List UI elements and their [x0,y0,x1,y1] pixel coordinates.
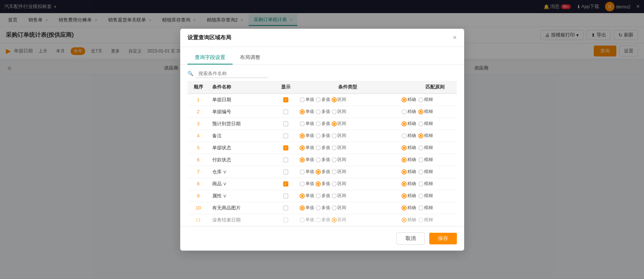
dialog-search-area: 🔍 [180,65,464,78]
search-icon: 🔍 [187,71,193,76]
dialog-tabs: 查询字段设置 布局调整 [180,47,464,65]
dialog-header: 设置查询区域布局 × [180,29,464,47]
dialog-body: 查询字段设置 布局调整 🔍 顺序 条件名称 显示 条件类型 匹配原则 [180,47,464,78]
search-input[interactable] [195,69,268,78]
dialog-overlay: 设置查询区域布局 × 查询字段设置 布局调整 🔍 顺序 条件名称 显示 [0,0,644,78]
tab-layout-adjust[interactable]: 布局调整 [233,51,268,64]
tab-query-fields[interactable]: 查询字段设置 [187,51,233,64]
dialog-title: 设置查询区域布局 [187,34,231,41]
dialog-close-icon[interactable]: × [453,34,457,42]
settings-dialog: 设置查询区域布局 × 查询字段设置 布局调整 🔍 顺序 条件名称 显示 [180,29,464,78]
